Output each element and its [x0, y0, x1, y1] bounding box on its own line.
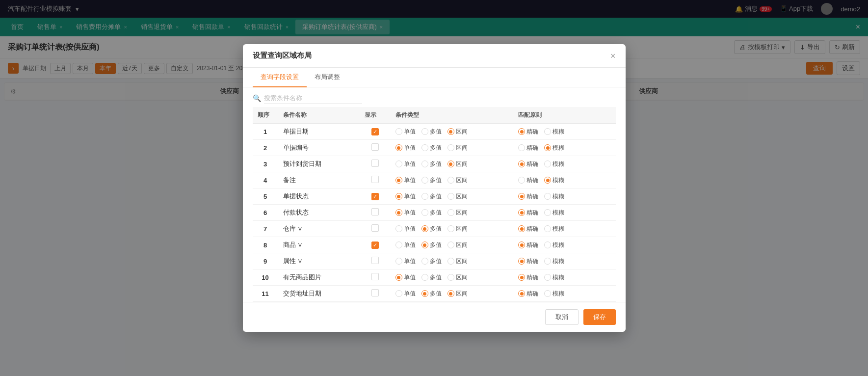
modal-search-input[interactable]	[264, 92, 362, 104]
modal-dialog: 设置查询区域布局 × 查询字段设置 布局调整 🔍 顺序	[243, 44, 626, 105]
modal-search-icon: 🔍	[253, 94, 261, 102]
modal-search-area: 🔍	[243, 87, 626, 105]
modal-overlay: 设置查询区域布局 × 查询字段设置 布局调整 🔍 顺序	[0, 0, 868, 105]
modal-tab-query-fields[interactable]: 查询字段设置	[253, 68, 307, 87]
modal-tabs: 查询字段设置 布局调整	[243, 68, 626, 87]
modal-tab-layout[interactable]: 布局调整	[307, 68, 348, 87]
modal-header: 设置查询区域布局 ×	[243, 44, 626, 68]
modal-title: 设置查询区域布局	[253, 51, 312, 60]
modal-close-button[interactable]: ×	[610, 52, 616, 60]
